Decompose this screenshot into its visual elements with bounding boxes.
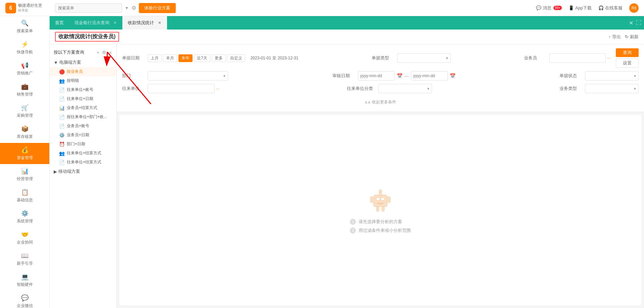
tree-mobile-expand-icon: ▶: [54, 169, 57, 174]
empty-steps: 1 请先选择要分析的方案 2 用过滤条件来缩小分析范围: [350, 219, 411, 234]
finance-icon: 💰: [21, 146, 29, 154]
tree-item-partner-date[interactable]: 📄 往来单位+日期: [50, 94, 116, 103]
biz-type-select[interactable]: [585, 84, 639, 93]
sidebar-item-marketing[interactable]: 📢 营销推广: [0, 58, 49, 80]
svg-rect-1: [376, 198, 380, 200]
tree-item-detail[interactable]: 👥 按明细: [50, 76, 116, 85]
sidebar-item-finance[interactable]: 💰 资金管理: [0, 143, 49, 164]
export-icon: ↑: [609, 34, 611, 39]
tab-bank-flow[interactable]: 现金银行流水查询 ✕: [69, 16, 122, 30]
sidebar-item-wechat[interactable]: 💬 企业微信: [0, 291, 49, 308]
sidebar-item-collab[interactable]: 🤝 企业协同: [0, 227, 49, 249]
svg-rect-7: [388, 197, 390, 203]
tree-item-by-partner-dept[interactable]: 📄 按往来单位+部门+收...: [50, 112, 116, 121]
tree-item-sales-date[interactable]: ⚙️ 业务员+日期: [50, 131, 116, 140]
tree-item-partner-settle2[interactable]: 📄 往来单位+结算方式: [50, 158, 116, 167]
tree-group-pc: ▼ 电脑端方案 🔴 按业务员 👥 按明细 📄 往来单位+账号: [50, 58, 116, 167]
sidebar-item-sales[interactable]: 💼 销售管理: [0, 80, 49, 101]
online-service-item[interactable]: 🎧 在线客服: [598, 5, 623, 11]
tab-home[interactable]: 首页: [50, 16, 69, 30]
partner-category-select[interactable]: [378, 84, 432, 93]
export-button[interactable]: ↑ 导出: [609, 34, 621, 40]
message-item[interactable]: 💬 消息 99+: [536, 5, 562, 11]
query-button[interactable]: 查询: [616, 48, 639, 57]
svg-rect-0: [374, 195, 387, 207]
sidebar-item-quicknav[interactable]: ⚡ 快捷导航: [0, 37, 49, 58]
doc-type-select[interactable]: [397, 53, 451, 63]
sidebar-item-purchase[interactable]: 🛒 采购管理: [0, 101, 49, 122]
left-panel-title: 按以下方案查询: [54, 49, 84, 55]
partner-input[interactable]: [148, 84, 215, 93]
right-panel: 单据日期 上月 本月 本年 近7天 更多 自定义 2023-01-01 至: [117, 44, 644, 308]
sales-rep-input[interactable]: [549, 53, 606, 63]
tree-item-sa-icon: 📄: [59, 123, 65, 129]
date-btn-this-month[interactable]: 本月: [163, 54, 177, 62]
user-avatar[interactable]: Rit: [629, 3, 639, 13]
sidebar-item-basic[interactable]: 📋 基础信息: [0, 185, 49, 206]
tab-close-all-btn[interactable]: ✕: [629, 20, 633, 26]
sales-rep-more-btn[interactable]: ···: [607, 56, 610, 60]
tab-collection-stats[interactable]: 收款情况统计 ✕: [122, 16, 167, 30]
page-title: 收款情况统计(按业务员): [55, 32, 119, 42]
tab-collection-stats-close[interactable]: ✕: [158, 20, 161, 25]
settings-icon[interactable]: ⚙: [131, 5, 136, 11]
partner-more-btn[interactable]: ···: [216, 86, 219, 91]
tree-item-sales-account[interactable]: 📄 业务员+账号: [50, 121, 116, 131]
refresh-button[interactable]: ↻ 刷新: [625, 34, 639, 40]
sidebar-item-system[interactable]: ⚙️ 系统管理: [0, 206, 49, 227]
top-header: 6 畅捷通好生意 标准版 ▼ ⚙ 体验行业方案 💬 消息 99+ 📱 App下载…: [0, 0, 644, 16]
sidebar-item-purchase-label: 采购管理: [17, 113, 33, 118]
date-btn-7days[interactable]: 近7天: [194, 54, 210, 62]
left-panel-header-actions: + ⚙ «: [96, 49, 112, 56]
tab-bank-flow-close[interactable]: ✕: [113, 20, 117, 25]
sidebar-item-guide[interactable]: 📖 新手引导: [0, 249, 49, 270]
add-scheme-btn[interactable]: +: [96, 49, 100, 56]
logo-area: 6 畅捷通好生意 标准版: [5, 3, 55, 13]
tree-item-pa-icon: 📄: [59, 87, 65, 93]
review-date-end-cal-icon[interactable]: 📅: [450, 73, 455, 79]
doc-status-select[interactable]: [585, 71, 639, 81]
date-btn-custom[interactable]: 自定义: [227, 54, 245, 62]
sidebar-item-hardware[interactable]: 💻 智能硬件: [0, 270, 49, 291]
dept-label: 部门: [122, 73, 142, 79]
trial-button[interactable]: 体验行业方案: [139, 3, 176, 13]
sidebar-item-operation[interactable]: 📊 经营管理: [0, 164, 49, 185]
tree-group-pc-label: 电脑端方案: [59, 59, 81, 65]
scheme-settings-btn[interactable]: ⚙: [101, 49, 107, 56]
search-input[interactable]: [55, 3, 122, 13]
sidebar-item-finance-label: 资金管理: [17, 155, 33, 161]
sidebar-item-search[interactable]: 🔍 搜索菜单: [0, 16, 49, 37]
svg-rect-3: [377, 203, 384, 204]
collapse-more-btn[interactable]: ∧∧ 收起更多条件: [362, 97, 399, 108]
date-btn-this-year[interactable]: 本年: [178, 54, 193, 62]
left-panel: 按以下方案查询 + ⚙ « ▼ 电脑端方案 🔴 按业务员: [50, 44, 117, 308]
svg-point-5: [379, 190, 382, 192]
tree-group-pc-header[interactable]: ▼ 电脑端方案: [50, 58, 116, 67]
date-btn-more[interactable]: 更多: [212, 54, 226, 62]
tab-expand-btn[interactable]: ⛶: [636, 20, 641, 26]
set-button[interactable]: 设置: [616, 58, 639, 68]
step-1-text: 请先选择要分析的方案: [359, 219, 402, 225]
tree-item-partner-account[interactable]: 📄 往来单位+账号: [50, 85, 116, 94]
app-download-item[interactable]: 📱 App下载: [569, 5, 592, 11]
empty-state: 1 请先选择要分析的方案 2 用过滤条件来缩小分析范围: [350, 187, 411, 234]
svg-rect-8: [376, 207, 379, 211]
review-date-start[interactable]: [358, 71, 395, 81]
review-date-end[interactable]: [411, 71, 448, 81]
collapse-panel-btn[interactable]: «: [108, 49, 112, 56]
review-date-start-cal-icon[interactable]: 📅: [397, 73, 402, 79]
tree-item-partner-settle1[interactable]: 👥 往来单位+结算方式: [50, 149, 116, 158]
sidebar-item-quicknav-label: 快捷导航: [17, 49, 33, 55]
tree-item-dept-date[interactable]: ⏰ 部门+日期: [50, 140, 116, 149]
tree-group-mobile-header[interactable]: ▶ 移动端方案: [50, 167, 116, 176]
message-badge: 99+: [553, 6, 562, 10]
guide-icon: 📖: [21, 252, 29, 259]
tree-item-by-sales[interactable]: 🔴 按业务员: [50, 67, 116, 76]
inner-content: 按以下方案查询 + ⚙ « ▼ 电脑端方案 🔴 按业务员: [50, 44, 644, 308]
date-btn-last-month[interactable]: 上月: [148, 54, 162, 62]
dept-select[interactable]: [148, 71, 228, 81]
tree-item-sales-settle[interactable]: 📊 业务员+结算方式: [50, 103, 116, 112]
sidebar-item-inventory[interactable]: 📦 库存核算: [0, 122, 49, 143]
tree-item-sd-icon: ⚙️: [59, 133, 65, 138]
marketing-icon: 📢: [21, 62, 29, 69]
